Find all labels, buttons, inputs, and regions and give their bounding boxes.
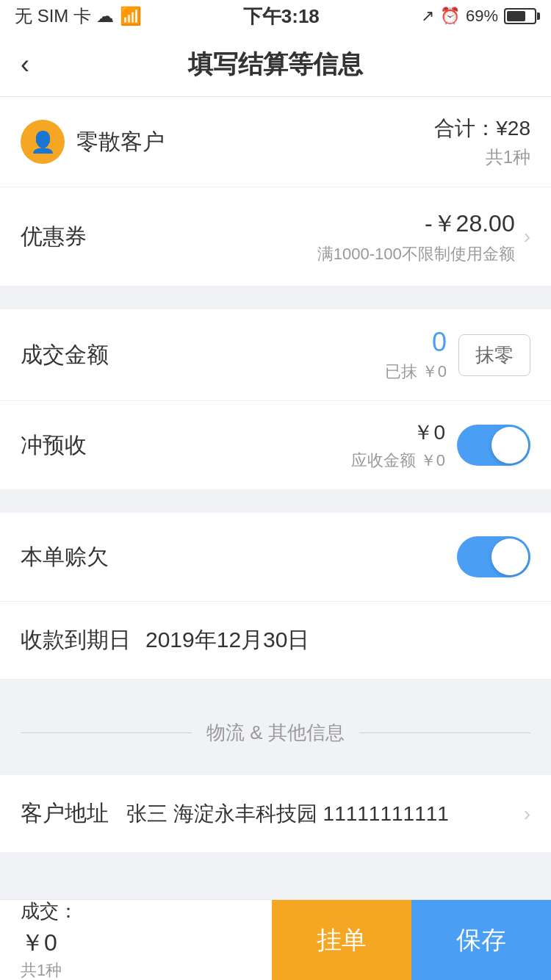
no-sim-text: 无 SIM 卡 ☁	[15, 4, 114, 28]
customer-name: 零散客户	[76, 127, 165, 157]
nav-bar: ‹ 填写结算等信息	[0, 32, 551, 97]
content-area: 👤 零散客户 合计：¥28 共1种 优惠券 -￥28.00 满1000-100不…	[0, 97, 551, 980]
total-amount: 合计：¥28	[434, 115, 530, 143]
divider-line-right	[359, 732, 530, 733]
location-icon: ↗	[421, 7, 434, 26]
status-left: 无 SIM 卡 ☁ 📶	[15, 4, 142, 28]
customer-card: 👤 零散客户 合计：¥28 共1种 优惠券 -￥28.00 满1000-100不…	[0, 97, 551, 286]
back-button[interactable]: ‹	[21, 49, 29, 80]
address-chevron-icon: ›	[524, 802, 530, 826]
section-divider-1	[0, 298, 551, 309]
deal-amount-row: 成交金额 0 已抹 ￥0 抹零	[0, 309, 551, 401]
customer-total: 合计：¥28 共1种	[434, 115, 530, 169]
bottom-deal-count: 共1种	[21, 959, 251, 980]
prereceive-amounts: ￥0 应收金额 ￥0	[351, 419, 445, 472]
duedate-label: 收款到期日	[21, 625, 131, 655]
divider-line-left	[21, 732, 192, 733]
status-right: ↗ ⏰ 69%	[421, 7, 536, 26]
address-value: 张三 海淀永丰科技园 11111111111	[126, 800, 524, 828]
customer-avatar: 👤	[21, 120, 65, 164]
debit-toggle-knob	[491, 538, 528, 575]
prereceive-right: ￥0 应收金额 ￥0	[351, 419, 530, 472]
prereceive-toggle[interactable]	[457, 425, 530, 466]
logistics-section: 物流 & 其他信息	[0, 702, 551, 763]
bottom-bar: 成交： ￥0 共1种 挂单 保存	[0, 899, 551, 980]
deal-amount-sub: 已抹 ￥0	[385, 361, 447, 383]
bottom-left: 成交： ￥0 共1种	[0, 898, 272, 980]
coupon-row[interactable]: 优惠券 -￥28.00 满1000-100不限制使用金额 ›	[0, 187, 551, 286]
logistics-label: 物流 & 其他信息	[192, 720, 359, 746]
toggle-knob	[491, 427, 528, 464]
save-button[interactable]: 保存	[411, 900, 551, 981]
debit-toggle[interactable]	[457, 536, 530, 577]
prereceive-label: 冲预收	[21, 430, 87, 461]
coupon-label: 优惠券	[21, 222, 87, 252]
bottom-deal-value: ￥0	[21, 927, 57, 959]
debit-label: 本单赊欠	[21, 542, 109, 572]
deal-amount-value-block: 0 已抹 ￥0	[385, 327, 447, 383]
debit-row: 本单赊欠	[0, 513, 551, 601]
page-title: 填写结算等信息	[188, 48, 363, 82]
customer-row: 👤 零散客户 合计：¥28 共1种	[0, 97, 551, 187]
alarm-icon: ⏰	[440, 7, 460, 26]
status-bar: 无 SIM 卡 ☁ 📶 下午3:18 ↗ ⏰ 69%	[0, 0, 551, 32]
deal-amount-label: 成交金额	[21, 340, 109, 370]
deal-amount-value: 0	[385, 327, 447, 358]
coupon-info: -￥28.00 满1000-100不限制使用金额	[317, 208, 515, 265]
status-time: 下午3:18	[243, 4, 320, 29]
section-divider-3	[0, 691, 551, 702]
total-count: 共1种	[434, 145, 530, 169]
duedate-value: 2019年12月30日	[145, 625, 309, 655]
prereceive-amount: ￥0	[351, 419, 445, 447]
wifi-icon: 📶	[120, 6, 142, 26]
avatar-icon: 👤	[30, 130, 56, 154]
pending-button[interactable]: 挂单	[272, 900, 411, 981]
battery-icon	[504, 8, 536, 24]
prereceive-sub: 应收金额 ￥0	[351, 450, 445, 472]
section-divider-2	[0, 501, 551, 513]
logistics-divider-row: 物流 & 其他信息	[0, 720, 551, 746]
debit-card: 本单赊欠 收款到期日 2019年12月30日	[0, 513, 551, 679]
bottom-deal-label: 成交：	[21, 898, 251, 924]
chevron-right-icon: ›	[524, 225, 530, 248]
coupon-desc: 满1000-100不限制使用金额	[317, 243, 515, 265]
address-label: 客户地址	[21, 799, 109, 829]
deal-amount-right: 0 已抹 ￥0 抹零	[385, 327, 530, 383]
coupon-amount: -￥28.00	[317, 208, 515, 240]
deal-amount-card: 成交金额 0 已抹 ￥0 抹零 冲预收 ￥0 应收金额 ￥0	[0, 309, 551, 489]
bottom-deal-amount-row: ￥0	[21, 927, 251, 959]
duedate-row: 收款到期日 2019年12月30日	[0, 601, 551, 679]
battery-percent: 69%	[466, 7, 498, 26]
prereceive-row: 冲预收 ￥0 应收金额 ￥0	[0, 401, 551, 489]
customer-left: 👤 零散客户	[21, 120, 165, 164]
coupon-right: -￥28.00 满1000-100不限制使用金额 ›	[317, 208, 530, 265]
round-button[interactable]: 抹零	[458, 334, 530, 376]
address-row[interactable]: 客户地址 张三 海淀永丰科技园 11111111111 ›	[0, 775, 551, 852]
